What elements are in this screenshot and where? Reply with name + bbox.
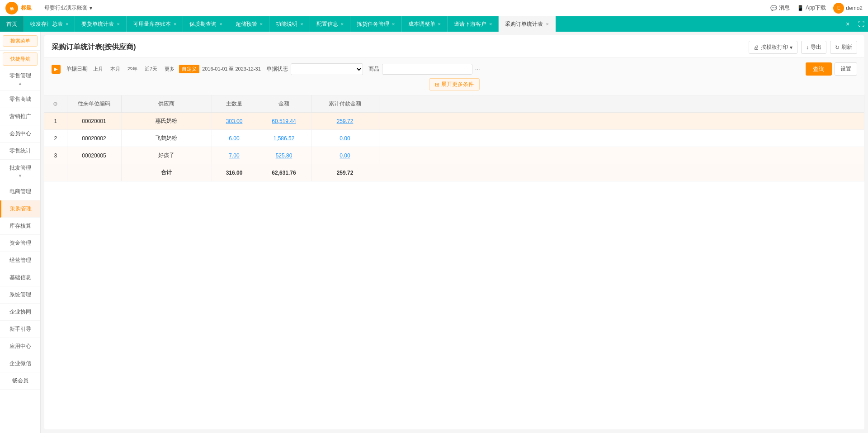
topbar: 畅 标题 母婴行业演示账套 ▾ 💬 消息 📱 App下载 E demo2 [0, 0, 868, 16]
sidebar-item-retail-stat[interactable]: 零售统计 [0, 143, 40, 160]
tab-keyongliang[interactable]: 可用量库存账本 × [127, 16, 183, 32]
th-extra [379, 95, 864, 113]
close-icon[interactable]: × [174, 21, 176, 27]
filter-expand-row: ⊞ 展开更多条件 [52, 76, 857, 90]
qty-link[interactable]: 303.00 [226, 118, 243, 124]
sidebar-item-operations[interactable]: 经营管理 [0, 252, 40, 269]
paid-link[interactable]: 259.72 [337, 118, 354, 124]
close-icon[interactable]: × [341, 21, 344, 27]
tab-yaohuo[interactable]: 要货单统计表 × [75, 16, 126, 32]
sidebar-item-basic[interactable]: 基础信息 [0, 269, 40, 286]
page-header: 采购订单统计表(按供应商) 🖨 按模板打印 ▾ ↓ 导出 ↻ 刷新 [44, 35, 864, 58]
query-button[interactable]: 查询 [806, 62, 832, 76]
sidebar-item-label: 应用中心 [9, 343, 31, 350]
close-icon[interactable]: × [300, 21, 303, 27]
amount-link[interactable]: 525.80 [276, 152, 292, 159]
sidebar-item-member[interactable]: 会员中心 [0, 125, 40, 143]
this-year-btn[interactable]: 本年 [125, 65, 140, 73]
page-title: 采购订单统计表(按供应商) [52, 43, 136, 52]
settings-button[interactable]: 设置 [835, 62, 857, 76]
filter-area: ▶ 单据日期 上月 本月 本年 近7天 更多 自定义 2016-01-01 至 … [44, 58, 864, 95]
qty-link[interactable]: 6.00 [229, 135, 239, 142]
last-7-days-btn[interactable]: 近7天 [142, 65, 160, 73]
close-icon[interactable]: × [260, 21, 263, 27]
paid-link[interactable]: 0.00 [340, 135, 350, 142]
sidebar-item-label: 系统管理 [9, 291, 31, 299]
th-code: 往来单位编码 [67, 95, 121, 113]
table-row: 1 00020001 惠氏奶粉 303.00 60,519.44 259.72 [44, 113, 864, 130]
sidebar-item-marketing[interactable]: 营销推广 [0, 108, 40, 125]
sidebar-item-label: 资金管理 [9, 239, 31, 247]
message-label: 消息 [779, 4, 790, 12]
paid-link[interactable]: 0.00 [340, 152, 350, 159]
close-icon[interactable]: × [438, 21, 441, 27]
content-area: 采购订单统计表(按供应商) 🖨 按模板打印 ▾ ↓ 导出 ↻ 刷新 [41, 32, 868, 433]
export-button[interactable]: ↓ 导出 [801, 41, 826, 54]
expand-more-btn[interactable]: ⊞ 展开更多条件 [429, 78, 480, 90]
sidebar-item-vip[interactable]: 畅会员 [0, 372, 40, 390]
cell-qty: 6.00 [212, 130, 257, 147]
th-supplier: 供应商 [121, 95, 212, 113]
sidebar-item-system[interactable]: 系统管理 [0, 286, 40, 304]
amount-link[interactable]: 1,586.52 [274, 135, 295, 142]
cell-seq: 1 [44, 113, 67, 130]
nav-tabs: 首页 收发存汇总表 × 要货单统计表 × 可用量库存账本 × 保质期查询 × 超… [0, 16, 868, 32]
th-settings[interactable]: ⚙ [44, 95, 67, 113]
amount-link[interactable]: 60,519.44 [272, 118, 296, 124]
sidebar-item-collab[interactable]: 企业协同 [0, 304, 40, 321]
tab-home[interactable]: 首页 [0, 16, 24, 32]
status-select-wrapper [291, 63, 363, 75]
tab-label: 拣货任务管理 [357, 20, 389, 28]
close-icon[interactable]: × [489, 21, 492, 27]
filter-toggle-arrow[interactable]: ▶ [52, 65, 61, 74]
sidebar-search-area: 搜索菜单 [0, 32, 40, 51]
sidebar-item-finance[interactable]: 资金管理 [0, 235, 40, 252]
sidebar-item-stock[interactable]: 库存核算 [0, 218, 40, 235]
cell-supplier: 好孩子 [121, 147, 212, 164]
workspace-selector[interactable]: 母婴行业演示账套 ▾ [44, 4, 92, 12]
sidebar-item-weixin[interactable]: 企业微信 [0, 355, 40, 372]
tab-jianhuo[interactable]: 拣货任务管理 × [350, 16, 401, 32]
close-icon[interactable]: × [66, 21, 68, 27]
close-icon[interactable]: × [392, 21, 395, 27]
user-area[interactable]: E demo2 [833, 3, 863, 14]
tab-caigou[interactable]: 采购订单统计表 × [499, 16, 555, 32]
sidebar-item-guide[interactable]: 新手引导 [0, 321, 40, 338]
tab-maximize-btn[interactable]: ⛶ [854, 16, 868, 32]
last-month-btn[interactable]: 上月 [90, 65, 106, 73]
sidebar-item-wholesale[interactable]: 批发管理 ▼ [0, 160, 40, 183]
more-dates-btn[interactable]: 更多 [162, 65, 177, 73]
th-qty: 主数量 [212, 95, 257, 113]
tab-chengben[interactable]: 成本调整单 × [402, 16, 448, 32]
topbar-right: 💬 消息 📱 App下载 E demo2 [770, 3, 863, 14]
app-download-btn[interactable]: 📱 App下载 [797, 4, 826, 12]
sidebar-item-ecommerce[interactable]: 电商管理 [0, 183, 40, 200]
close-icon[interactable]: × [546, 21, 548, 27]
tab-shoufacun[interactable]: 收发存汇总表 × [24, 16, 75, 32]
status-select[interactable] [291, 63, 363, 75]
custom-date-tag[interactable]: 自定义 [179, 65, 199, 73]
tab-chaochuyujing[interactable]: 超储预警 × [229, 16, 269, 32]
tab-yaoqing[interactable]: 邀请下游客户 × [448, 16, 499, 32]
tab-close-all-btn[interactable]: × [841, 16, 854, 32]
search-menu-btn[interactable]: 搜索菜单 [3, 35, 38, 47]
tab-peizhi[interactable]: 配置信息 × [310, 16, 350, 32]
sidebar-item-purchase[interactable]: 采购管理 [0, 200, 40, 218]
close-icon[interactable]: × [219, 21, 222, 27]
tab-baozhi[interactable]: 保质期查询 × [183, 16, 229, 32]
message-btn[interactable]: 💬 消息 [770, 4, 790, 12]
tab-gongneng[interactable]: 功能说明 × [269, 16, 310, 32]
sidebar-item-retail-mall[interactable]: 零售商城 [0, 91, 40, 108]
goods-input[interactable] [382, 64, 472, 75]
quick-nav-btn[interactable]: 快捷导航 [3, 52, 38, 66]
more-options-icon[interactable]: ··· [475, 66, 480, 72]
print-button[interactable]: 🖨 按模板打印 ▾ [749, 41, 797, 54]
sidebar-item-apps[interactable]: 应用中心 [0, 338, 40, 355]
qty-link[interactable]: 7.00 [229, 152, 239, 159]
close-icon[interactable]: × [117, 21, 119, 27]
refresh-button[interactable]: ↻ 刷新 [830, 41, 857, 54]
sidebar-item-retail-mgmt[interactable]: 零售管理 ▲ [0, 67, 40, 91]
filter-row-1: ▶ 单据日期 上月 本月 本年 近7天 更多 自定义 2016-01-01 至 … [52, 62, 857, 76]
tab-label: 采购订单统计表 [505, 20, 543, 28]
this-month-btn[interactable]: 本月 [108, 65, 123, 73]
